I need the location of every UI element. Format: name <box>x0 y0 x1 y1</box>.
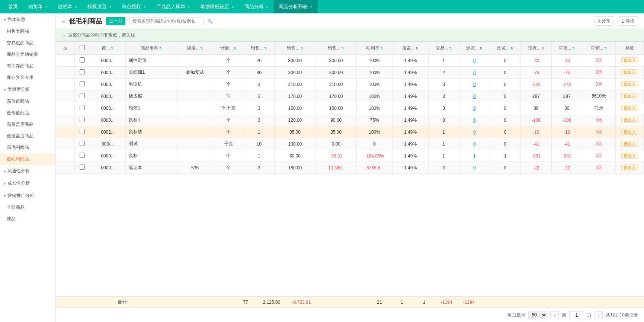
search-icon[interactable]: 🔍 <box>207 19 213 24</box>
main-content: « 低毛利商品 近一月 🔍 ⎘ 分享 ⤓ 导出 ☆ 这部分商品的利润非常低，请关… <box>56 13 644 322</box>
sidebar-group-growth[interactable]: ▸ 成长性分析 <box>0 177 55 189</box>
sidebar-group-category[interactable]: ▾ 类射度分析 <box>0 83 55 96</box>
row-sales-amt: 60.00 <box>275 150 315 162</box>
row-view1[interactable]: 0 <box>459 79 490 90</box>
sidebar-item-new-goods[interactable]: 新品 <box>0 213 55 225</box>
share-button[interactable]: ⎘ 分享 <box>595 16 614 26</box>
sidebar-item-low-coverage[interactable]: 低覆盖度商品 <box>0 130 55 142</box>
sidebar-item-high-coverage[interactable]: 高覆盖度商品 <box>0 119 55 130</box>
row-view1[interactable]: 0 <box>459 90 490 102</box>
th-sales-amt[interactable]: 销售...⇅ <box>275 42 315 55</box>
th-sales-qty[interactable]: 销售...⇅ <box>244 42 275 55</box>
sidebar-group-overall[interactable]: ▾ 整体信息 <box>0 13 55 26</box>
th-tag[interactable]: 标签 <box>616 42 644 55</box>
sidebar-item-low-value[interactable]: 低价值商品 <box>0 107 55 119</box>
th-view1[interactable]: 浏览...⇅ <box>459 42 490 55</box>
row-sales-profit: 35.00 <box>315 126 356 138</box>
sidebar-group-circulation[interactable]: ▸ 流通性分析 <box>0 165 55 177</box>
row-checkbox[interactable] <box>74 162 90 174</box>
row-available: -242 <box>551 79 582 90</box>
th-unit[interactable]: 计量...⇅ <box>213 42 244 55</box>
row-checkbox[interactable] <box>74 90 90 102</box>
nav-permission[interactable]: 权限设置 × <box>82 0 116 13</box>
sidebar-item-all-goods[interactable]: 全部商品 <box>0 202 55 213</box>
footer-trade: 21 <box>368 300 391 305</box>
row-view1[interactable]: 0 <box>459 138 490 150</box>
row-checkbox[interactable] <box>74 55 90 67</box>
sidebar-item-low-margin[interactable]: 低毛利商品 <box>0 153 55 165</box>
row-checkbox[interactable] <box>74 150 90 162</box>
th-margin[interactable]: 毛利率⇅ <box>356 42 393 55</box>
th-sales-profit[interactable]: 销售...⇅ <box>315 42 356 55</box>
row-view1[interactable]: 0 <box>459 126 490 138</box>
nav-sales[interactable]: 销货单 × <box>23 0 52 13</box>
row-view1[interactable]: 0 <box>459 67 490 79</box>
row-checkbox[interactable] <box>74 126 90 138</box>
sidebar-item-high-value[interactable]: 高价值商品 <box>0 96 55 107</box>
row-view1[interactable]: 1 <box>459 150 490 162</box>
row-view1[interactable]: 0 <box>459 102 490 114</box>
th-view2[interactable]: 浏览...⇅ <box>490 42 521 55</box>
row-current-stock: -76 <box>521 67 552 79</box>
next-page-btn[interactable]: › <box>595 311 603 319</box>
row-view1[interactable]: 0 <box>459 114 490 126</box>
th-code[interactable]: 商...⇅ <box>90 42 126 55</box>
row-checkbox[interactable] <box>74 114 90 126</box>
row-unit: 个 <box>213 67 244 79</box>
row-view1[interactable]: 0 <box>459 55 490 67</box>
row-checkbox[interactable] <box>74 102 90 114</box>
settings-icon[interactable]: ⚙ <box>63 45 68 51</box>
nav-purchase[interactable]: 进货单 × <box>52 0 82 13</box>
row-trade: 1 <box>428 55 459 67</box>
nav-template[interactable]: 单据模板设置 × <box>195 0 239 13</box>
nav-product-in[interactable]: 产成品入库单 × <box>151 0 195 13</box>
page-size-select[interactable]: 50 100 200 <box>528 311 547 319</box>
sidebar-item-stock-goods[interactable]: 有库存的商品 <box>0 60 55 72</box>
sidebar-item-high-margin[interactable]: 高毛利商品 <box>0 142 55 153</box>
th-coverage[interactable]: 覆盖...⇅ <box>393 42 429 55</box>
th-spec[interactable]: 规格...⇅ <box>177 42 213 55</box>
row-checkbox[interactable] <box>74 67 90 79</box>
row-checkbox[interactable] <box>74 79 90 90</box>
select-all-checkbox[interactable] <box>80 45 85 50</box>
nav-template-close[interactable]: × <box>232 5 234 9</box>
table-row: 0000... 鼠标1 个 3 120.00 90.00 75% 1.49% 3… <box>56 114 644 126</box>
th-sellable-days[interactable]: 可销...⇅ <box>582 42 616 55</box>
th-current-stock[interactable]: 现有...⇅ <box>521 42 552 55</box>
row-view1[interactable]: 0 <box>459 162 490 174</box>
sidebar-item-category-rate[interactable]: 商品分类助销率 <box>0 49 55 60</box>
export-button[interactable]: ⤓ 导出 <box>618 16 638 26</box>
time-filter-btn[interactable]: 近一月 <box>106 17 125 25</box>
nav-home[interactable]: 首页 <box>3 0 23 13</box>
nav-goods-analysis[interactable]: 商品分析 × <box>239 0 273 13</box>
prev-page-btn[interactable]: ‹ <box>550 311 558 319</box>
nav-sales-close[interactable]: × <box>45 5 48 9</box>
collapse-sidebar-btn[interactable]: « <box>62 18 65 25</box>
nav-permission-close[interactable]: × <box>109 5 112 9</box>
row-sellable-days: 0天 <box>582 162 616 174</box>
table-row: 0000... 笔记本 535 个 3 180.00 -10,380... -5… <box>56 162 644 174</box>
nav-product-in-close[interactable]: × <box>188 5 190 9</box>
sidebar-item-stock-capital[interactable]: 库存资金占用 <box>0 72 55 83</box>
sidebar-item-sales-goods[interactable]: 销售类商品 <box>0 26 55 37</box>
th-trade[interactable]: 交易...⇅ <box>428 42 459 55</box>
sidebar-item-traded-goods[interactable]: 交易过的商品 <box>0 37 55 49</box>
search-input[interactable] <box>129 17 204 25</box>
sort-icon-8: ⇅ <box>380 47 383 50</box>
th-name[interactable]: 商品名称⇅ <box>126 42 177 55</box>
nav-goods-analysis-close[interactable]: × <box>266 5 268 9</box>
th-available[interactable]: 可用...⇅ <box>551 42 582 55</box>
page-label: 第 <box>562 312 566 318</box>
row-name: 属性定价 <box>126 55 177 67</box>
nav-goods-analysis-list-close[interactable]: × <box>310 5 313 9</box>
nav-role-close[interactable]: × <box>144 5 146 9</box>
row-current-stock: 36 <box>521 102 552 114</box>
th-settings[interactable]: ⚙ <box>56 42 75 55</box>
row-checkbox[interactable] <box>74 138 90 150</box>
nav-role[interactable]: 角色授权 × <box>116 0 151 13</box>
sidebar-group-marketing[interactable]: ▾ 营销推广分析 <box>0 189 55 202</box>
row-settings <box>56 150 75 162</box>
nav-purchase-close[interactable]: × <box>75 5 77 9</box>
nav-goods-analysis-list[interactable]: 商品分析列表 × <box>273 0 317 13</box>
page-number-input[interactable] <box>569 311 584 319</box>
